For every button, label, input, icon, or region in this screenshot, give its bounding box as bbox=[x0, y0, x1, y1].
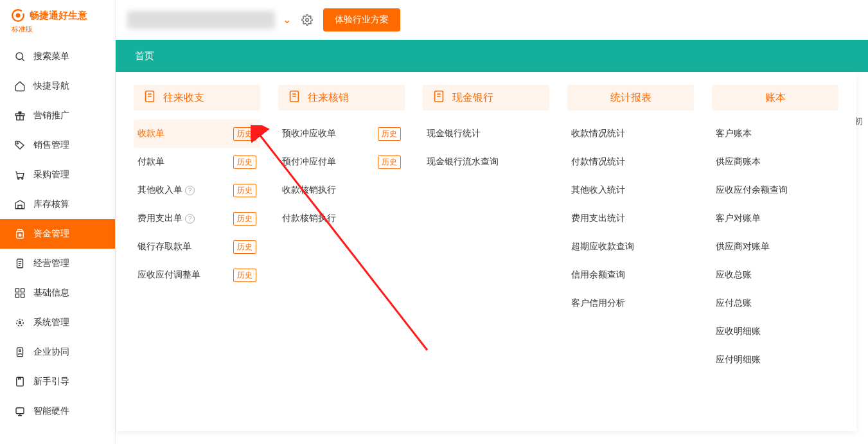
svg-point-16 bbox=[19, 350, 21, 351]
mega-column-title: 账本 bbox=[765, 91, 786, 105]
sidebar-item-tag[interactable]: 销售管理 bbox=[0, 130, 115, 160]
settings-button[interactable] bbox=[299, 12, 315, 28]
mega-menu-item[interactable]: 超期应收款查询 bbox=[567, 233, 694, 261]
mega-item-label: 应付总账 bbox=[716, 297, 752, 309]
history-tag[interactable]: 历史 bbox=[233, 240, 256, 254]
svg-rect-15 bbox=[17, 348, 23, 357]
document-icon bbox=[143, 89, 157, 106]
sidebar-item-warehouse[interactable]: 库存核算 bbox=[0, 190, 115, 219]
history-tag[interactable]: 历史 bbox=[378, 155, 401, 169]
mega-menu-panel: 往来收支收款单历史付款单历史其他收入单?历史费用支出单?历史银行存取款单历史应收… bbox=[116, 72, 856, 431]
mega-column-title: 往来收支 bbox=[163, 91, 204, 105]
sidebar-item-home[interactable]: 快捷导航 bbox=[0, 71, 115, 101]
help-icon[interactable]: ? bbox=[185, 186, 195, 195]
mega-menu-item[interactable]: 其他收入统计 bbox=[567, 176, 694, 204]
sidebar-item-device[interactable]: 智能硬件 bbox=[0, 396, 115, 426]
mega-menu-item[interactable]: 现金银行统计 bbox=[423, 120, 549, 148]
svg-rect-10 bbox=[21, 289, 24, 292]
mega-menu-item[interactable]: 应收总账 bbox=[712, 261, 838, 289]
mega-column-header: 往来收支 bbox=[134, 85, 260, 111]
experience-button[interactable]: 体验行业方案 bbox=[323, 8, 400, 31]
svg-rect-18 bbox=[16, 408, 24, 414]
mega-item-label: 应收应付余额查询 bbox=[716, 184, 788, 196]
help-icon[interactable]: ? bbox=[185, 214, 195, 224]
cart-icon bbox=[14, 169, 26, 181]
sidebar-item-gift[interactable]: 营销推广 bbox=[0, 101, 115, 130]
mega-menu-item[interactable]: 收款情况统计 bbox=[567, 120, 694, 148]
svg-point-14 bbox=[19, 322, 21, 324]
svg-point-0 bbox=[16, 13, 21, 18]
mega-column: 统计报表收款情况统计付款情况统计其他收入统计费用支出统计超期应收款查询信用余额查… bbox=[567, 85, 694, 418]
mega-menu-item[interactable]: 费用支出单?历史 bbox=[134, 204, 260, 233]
sidebar-item-guide[interactable]: 新手引导 bbox=[0, 367, 115, 396]
mega-item-label: 付款情况统计 bbox=[571, 156, 625, 168]
document-icon bbox=[287, 89, 301, 106]
mega-menu-item[interactable]: 信用余额查询 bbox=[567, 261, 694, 289]
mega-menu-item[interactable]: 客户账本 bbox=[712, 120, 838, 148]
tab-home[interactable]: 首页 bbox=[127, 50, 162, 62]
mega-item-label: 费用支出单 bbox=[137, 213, 182, 224]
mega-menu-item[interactable]: 应付总账 bbox=[712, 289, 838, 317]
sidebar-item-label: 经营管理 bbox=[33, 258, 69, 269]
mega-menu-item[interactable]: 收款单历史 bbox=[134, 120, 260, 148]
topbar: ⌄ 体验行业方案 bbox=[116, 0, 868, 40]
svg-point-4 bbox=[17, 143, 18, 144]
history-tag[interactable]: 历史 bbox=[233, 269, 256, 282]
svg-point-13 bbox=[17, 319, 24, 326]
history-tag[interactable]: 历史 bbox=[378, 127, 401, 141]
sidebar-item-gear[interactable]: 系统管理 bbox=[0, 308, 115, 337]
mega-menu-item[interactable]: 客户信用分析 bbox=[567, 289, 694, 317]
history-tag[interactable]: 历史 bbox=[233, 184, 256, 197]
mega-menu-item[interactable]: 应收应付余额查询 bbox=[712, 176, 838, 204]
mega-menu-item[interactable]: 供应商账本 bbox=[712, 148, 838, 176]
sidebar-item-search[interactable]: 搜索菜单 bbox=[0, 42, 115, 71]
mega-item-label: 客户账本 bbox=[716, 128, 752, 139]
mega-column-header: 账本 bbox=[712, 85, 838, 111]
sidebar-item-collab[interactable]: 企业协同 bbox=[0, 337, 115, 367]
sidebar-item-cart[interactable]: 采购管理 bbox=[0, 160, 115, 190]
mega-menu-item[interactable]: 现金银行流水查询 bbox=[423, 148, 549, 176]
mega-menu-item[interactable]: 付款单历史 bbox=[134, 148, 260, 176]
mega-menu-item[interactable]: 其他收入单?历史 bbox=[134, 176, 260, 204]
mega-menu-item[interactable]: 收款核销执行 bbox=[278, 176, 405, 204]
tag-icon bbox=[14, 139, 26, 151]
mega-item-label: 信用余额查询 bbox=[571, 269, 625, 281]
mega-menu-item[interactable]: 预付冲应付单历史 bbox=[278, 148, 405, 176]
mega-item-label: 应付明细账 bbox=[716, 354, 761, 366]
collab-icon bbox=[14, 346, 26, 358]
mega-menu-item[interactable]: 付款情况统计 bbox=[567, 148, 694, 176]
mega-menu-item[interactable]: 应付明细账 bbox=[712, 346, 838, 374]
history-tag[interactable]: 历史 bbox=[233, 127, 256, 141]
company-selector-blurred[interactable] bbox=[127, 11, 275, 29]
mega-menu-item[interactable]: 费用支出统计 bbox=[567, 204, 694, 233]
svg-point-19 bbox=[306, 18, 309, 21]
document-icon bbox=[432, 89, 446, 106]
mega-menu-item[interactable]: 应收明细账 bbox=[712, 317, 838, 346]
mega-column: 账本客户账本供应商账本应收应付余额查询客户对账单供应商对账单应收总账应付总账应收… bbox=[712, 85, 838, 418]
sidebar: 畅捷通好生意 标准版 搜索菜单快捷导航营销推广销售管理采购管理库存核算资金管理经… bbox=[0, 0, 116, 444]
svg-rect-12 bbox=[21, 294, 24, 297]
mega-column: 往来收支收款单历史付款单历史其他收入单?历史费用支出单?历史银行存取款单历史应收… bbox=[134, 85, 260, 418]
mega-menu-item[interactable]: 预收冲应收单历史 bbox=[278, 120, 405, 148]
svg-point-6 bbox=[22, 178, 23, 179]
home-icon bbox=[14, 80, 26, 92]
mega-menu-item[interactable]: 供应商对账单 bbox=[712, 233, 838, 261]
mega-item-label: 客户信用分析 bbox=[571, 297, 625, 309]
history-tag[interactable]: 历史 bbox=[233, 155, 256, 169]
sidebar-item-label: 快捷导航 bbox=[33, 80, 69, 92]
mega-menu-item[interactable]: 银行存取款单历史 bbox=[134, 233, 260, 261]
history-tag[interactable]: 历史 bbox=[233, 212, 256, 226]
sidebar-item-money[interactable]: 资金管理 bbox=[0, 219, 115, 249]
mega-item-label: 银行存取款单 bbox=[137, 241, 191, 253]
sidebar-item-doc[interactable]: 经营管理 bbox=[0, 249, 115, 278]
mega-item-label: 收款单 bbox=[137, 128, 164, 139]
mega-menu-item[interactable]: 应收应付调整单历史 bbox=[134, 261, 260, 289]
mega-menu-item[interactable]: 客户对账单 bbox=[712, 204, 838, 233]
mega-item-label: 费用支出统计 bbox=[571, 213, 625, 224]
chevron-down-icon[interactable]: ⌄ bbox=[283, 13, 291, 26]
brand-logo-icon bbox=[10, 8, 26, 23]
tabbar: 首页 bbox=[116, 40, 868, 72]
sidebar-item-grid[interactable]: 基础信息 bbox=[0, 278, 115, 308]
search-icon bbox=[14, 51, 26, 62]
mega-menu-item[interactable]: 付款核销执行 bbox=[278, 204, 405, 233]
